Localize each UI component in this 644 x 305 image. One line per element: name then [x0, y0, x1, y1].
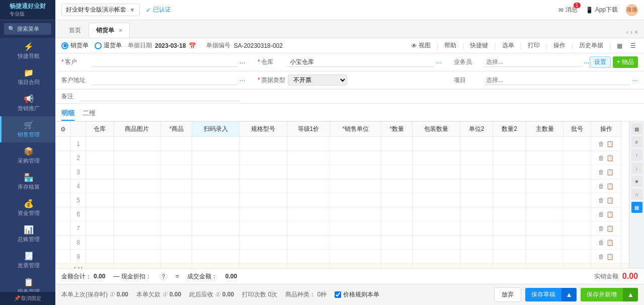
data-cell[interactable]	[493, 236, 526, 250]
col-batch[interactable]: 批号	[564, 122, 591, 137]
data-cell[interactable]	[330, 179, 381, 193]
data-cell[interactable]	[381, 179, 413, 193]
data-cell[interactable]	[160, 165, 192, 179]
tab-sales-order[interactable]: 销货单 ×	[89, 23, 130, 38]
data-cell[interactable]	[287, 151, 330, 165]
data-cell[interactable]	[330, 250, 381, 264]
warehouse-input[interactable]	[288, 57, 434, 67]
data-cell[interactable]	[239, 221, 287, 236]
copy-row-icon[interactable]: 📋	[606, 183, 614, 190]
col-image[interactable]: 商品图片	[113, 122, 160, 137]
copy-row-icon[interactable]: 📋	[606, 211, 614, 218]
settings-button[interactable]: 设置	[590, 56, 611, 68]
copy-row-icon[interactable]: 📋	[606, 169, 614, 176]
copy-row-icon[interactable]: 📋	[606, 225, 614, 232]
data-cell[interactable]	[192, 221, 239, 236]
data-cell[interactable]	[113, 165, 160, 179]
data-cell[interactable]	[86, 207, 114, 221]
data-cell[interactable]	[526, 193, 564, 207]
delete-row-icon[interactable]: 🗑	[598, 169, 604, 176]
data-cell[interactable]	[239, 207, 287, 221]
message-button[interactable]: ✉ 消息 1	[558, 6, 578, 14]
data-cell[interactable]	[526, 207, 564, 221]
data-cell[interactable]	[493, 221, 526, 236]
data-cell[interactable]	[160, 193, 192, 207]
data-cell[interactable]	[526, 165, 564, 179]
data-cell[interactable]	[160, 250, 192, 264]
data-cell[interactable]	[493, 165, 526, 179]
data-cell[interactable]	[460, 236, 493, 250]
data-cell[interactable]	[413, 221, 460, 236]
user-avatar[interactable]: 珠珠	[626, 4, 638, 16]
data-cell[interactable]	[381, 250, 413, 264]
data-cell[interactable]	[526, 137, 564, 151]
data-cell[interactable]	[413, 179, 460, 193]
data-cell[interactable]	[113, 236, 160, 250]
data-cell[interactable]	[381, 165, 413, 179]
data-cell[interactable]	[160, 236, 192, 250]
data-cell[interactable]	[330, 137, 381, 151]
data-cell[interactable]	[493, 137, 526, 151]
data-cell[interactable]	[86, 165, 114, 179]
save-new-main[interactable]: 保存并新增	[581, 288, 623, 301]
sidebar-item-tax[interactable]: 📋 税务管理	[0, 273, 55, 292]
data-cell[interactable]	[493, 207, 526, 221]
data-cell[interactable]	[564, 137, 591, 151]
delete-row-icon[interactable]: 🗑	[598, 211, 604, 218]
data-cell[interactable]	[192, 137, 239, 151]
operation-btn[interactable]: 操作	[551, 40, 568, 51]
data-cell[interactable]	[287, 250, 330, 264]
help-btn[interactable]: 帮助	[442, 40, 458, 51]
address-picker-icon[interactable]: ···	[239, 76, 246, 84]
right-btn-4[interactable]: ↓	[631, 163, 642, 174]
data-cell[interactable]	[413, 207, 460, 221]
staff-input[interactable]	[484, 57, 582, 67]
data-cell[interactable]	[86, 137, 114, 151]
data-cell[interactable]	[192, 179, 239, 193]
data-cell[interactable]	[239, 236, 287, 250]
project-picker-icon[interactable]: ···	[632, 76, 638, 84]
data-cell[interactable]	[86, 236, 114, 250]
delete-row-icon[interactable]: 🗑	[598, 183, 604, 190]
data-cell[interactable]	[192, 193, 239, 207]
data-cell[interactable]	[192, 236, 239, 250]
data-cell[interactable]	[239, 137, 287, 151]
data-cell[interactable]	[86, 221, 114, 236]
customer-picker-icon[interactable]: ···	[239, 58, 246, 66]
col-qty[interactable]: *数量	[381, 122, 413, 137]
col-spec[interactable]: 规格型号	[239, 122, 287, 137]
col-warehouse[interactable]: 仓库	[86, 122, 114, 137]
data-cell[interactable]	[381, 236, 413, 250]
data-cell[interactable]	[526, 250, 564, 264]
tab-detail[interactable]: 明细	[61, 107, 74, 121]
col-price1[interactable]: 等级1价	[287, 122, 330, 137]
right-btn-5[interactable]: ★	[631, 176, 642, 187]
data-cell[interactable]	[526, 236, 564, 250]
data-cell[interactable]	[460, 193, 493, 207]
data-cell[interactable]	[113, 221, 160, 236]
tab-close-icon[interactable]: ×	[119, 27, 122, 33]
delete-row-icon[interactable]: 🗑	[598, 225, 604, 232]
data-cell[interactable]	[192, 165, 239, 179]
data-cell[interactable]	[330, 193, 381, 207]
tab-prev-icon[interactable]: ‹	[626, 29, 628, 36]
customer-input[interactable]	[92, 57, 237, 67]
data-cell[interactable]	[526, 151, 564, 165]
data-cell[interactable]	[493, 151, 526, 165]
tab-close-all-icon[interactable]: ×	[634, 29, 638, 36]
right-btn-3[interactable]: ↑	[631, 149, 642, 161]
sidebar-item-quick-nav[interactable]: ⚡ 快捷导航	[0, 38, 55, 64]
col-qty2[interactable]: 数量2	[493, 122, 526, 137]
layout-grid-icon[interactable]: ▦	[615, 41, 624, 50]
data-cell[interactable]	[330, 165, 381, 179]
save-draft-main[interactable]: 保存草稿	[525, 288, 561, 301]
data-cell[interactable]	[381, 137, 413, 151]
data-cell[interactable]	[192, 151, 239, 165]
data-cell[interactable]	[413, 250, 460, 264]
data-cell[interactable]	[330, 151, 381, 165]
copy-row-icon[interactable]: 📋	[606, 197, 614, 204]
data-cell[interactable]	[460, 207, 493, 221]
delete-row-icon[interactable]: 🗑	[598, 140, 604, 147]
data-cell[interactable]	[287, 221, 330, 236]
col-goods[interactable]: *商品	[160, 122, 192, 137]
